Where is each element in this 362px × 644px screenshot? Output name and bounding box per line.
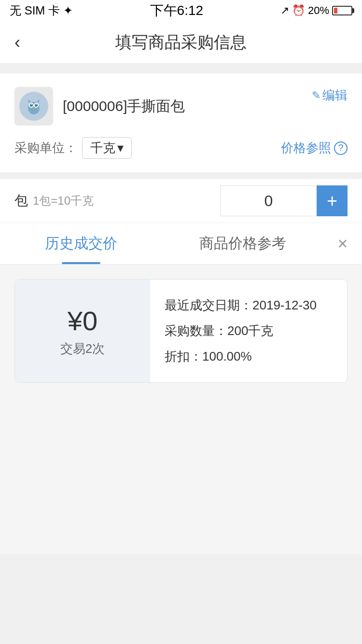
price-ref-label: 价格参照 <box>281 140 331 156</box>
quantity-section: 包 1包=10千克 + <box>0 179 362 223</box>
svg-marker-2 <box>37 99 40 103</box>
tab-history-price[interactable]: 历史成交价 <box>0 223 162 264</box>
product-meta: 采购单位： 千克 ▾ 价格参照 ? <box>14 137 348 159</box>
tab-underline <box>62 262 100 264</box>
help-icon: ? <box>334 141 348 155</box>
status-left: 无 SIM 卡 ✦ <box>10 3 73 18</box>
price-amount: ¥0 <box>68 305 97 336</box>
price-date-row: 最近成交日期：2019-12-30 <box>165 297 333 314</box>
product-image <box>14 87 53 126</box>
discount-label: 折扣： <box>165 349 202 364</box>
quantity-input[interactable] <box>220 185 317 216</box>
quantity-plus-button[interactable]: + <box>317 185 348 216</box>
date-label: 最近成交日期： <box>165 298 252 312</box>
quantity-input-group: + <box>220 185 348 216</box>
status-right: ↗ ⏰ 20% <box>280 4 352 17</box>
tab-product-price[interactable]: 商品价格参考 <box>162 223 323 264</box>
price-card: ¥0 交易2次 最近成交日期：2019-12-30 采购数量：200千克 折扣：… <box>14 279 348 383</box>
date-value: 2019-12-30 <box>252 298 317 312</box>
svg-marker-1 <box>28 99 31 103</box>
bag-label: 包 <box>14 192 28 210</box>
status-time: 下午6:12 <box>150 1 204 20</box>
close-icon: × <box>337 234 348 254</box>
price-times: 交易2次 <box>60 340 105 357</box>
tabs-section: 历史成交价 商品价格参考 × <box>0 223 362 265</box>
unit-value: 千克 <box>90 140 115 156</box>
price-card-right: 最近成交日期：2019-12-30 采购数量：200千克 折扣：100.00% <box>150 280 347 382</box>
sim-status: 无 SIM 卡 ✦ <box>10 3 73 18</box>
svg-point-7 <box>31 104 32 105</box>
battery-icon <box>332 6 352 15</box>
alarm-icon: ⏰ <box>292 4 305 17</box>
price-reference-button[interactable]: 价格参照 ? <box>281 140 348 156</box>
product-name: [0000006]手撕面包 <box>63 97 185 116</box>
status-bar: 无 SIM 卡 ✦ 下午6:12 ↗ ⏰ 20% <box>0 0 362 21</box>
nav-bar: ‹ 填写商品采购信息 <box>0 21 362 64</box>
quantity-label: 包 1包=10千克 <box>14 192 94 210</box>
content-area: ¥0 交易2次 最近成交日期：2019-12-30 采购数量：200千克 折扣：… <box>0 265 362 554</box>
product-left: [0000006]手撕面包 <box>14 87 185 126</box>
price-card-left: ¥0 交易2次 <box>15 280 150 382</box>
page-title: 填写商品采购信息 <box>115 31 247 54</box>
chevron-down-icon: ▾ <box>117 140 124 155</box>
edit-icon: ✎ <box>312 89 320 102</box>
svg-point-8 <box>36 104 37 105</box>
bag-conversion: 1包=10千克 <box>33 193 94 209</box>
unit-select[interactable]: 千克 ▾ <box>82 137 132 159</box>
back-button[interactable]: ‹ <box>14 32 20 53</box>
discount-value: 100.00% <box>202 349 252 364</box>
qty-label: 采购数量： <box>165 323 227 338</box>
price-qty-row: 采购数量：200千克 <box>165 322 333 339</box>
purchase-unit: 采购单位： 千克 ▾ <box>14 137 132 159</box>
location-icon: ↗ <box>280 4 289 17</box>
battery-percent: 20% <box>308 4 329 17</box>
battery-fill <box>334 8 337 14</box>
tab-history-label: 历史成交价 <box>45 234 117 253</box>
tab-close-button[interactable]: × <box>323 223 362 264</box>
section-divider <box>0 172 362 179</box>
purchase-unit-label: 采购单位： <box>14 140 77 156</box>
tabs-row: 历史成交价 商品价格参考 × <box>0 223 362 265</box>
qty-value: 200千克 <box>227 323 273 338</box>
tab-product-label: 商品价格参考 <box>199 234 286 253</box>
edit-label: 编辑 <box>322 87 348 104</box>
price-discount-row: 折扣：100.00% <box>165 348 333 365</box>
product-thumbnail <box>19 92 48 121</box>
edit-button[interactable]: ✎ 编辑 <box>312 87 348 104</box>
product-section: [0000006]手撕面包 ✎ 编辑 采购单位： 千克 ▾ 价格参照 ? <box>0 73 362 172</box>
product-header: [0000006]手撕面包 ✎ 编辑 <box>14 87 348 126</box>
